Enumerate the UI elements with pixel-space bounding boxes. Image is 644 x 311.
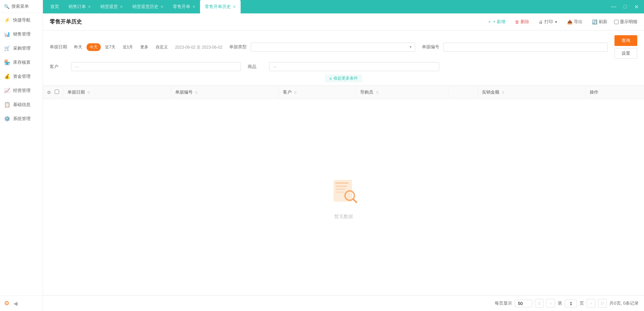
sort-salesperson-icon[interactable]: ⇅	[376, 91, 379, 94]
add-button[interactable]: ＋ + 新增	[485, 17, 508, 26]
add-icon: ＋	[487, 19, 492, 25]
sidebar-search-label: 搜索菜单	[11, 3, 29, 9]
date-btn-last1m[interactable]: 近1月	[120, 43, 136, 51]
date-btn-more[interactable]: 更多	[137, 43, 151, 51]
show-detail-input[interactable]	[614, 20, 618, 24]
tab-sales-return-history-close[interactable]: ✕	[160, 5, 163, 9]
sidebar-item-label: 采购管理	[13, 45, 31, 51]
print-icon: 🖨	[539, 19, 543, 24]
sort-no-icon[interactable]: ⇅	[195, 91, 198, 94]
prev-page-button[interactable]: ＜	[546, 299, 555, 308]
col-action: 操作	[585, 86, 644, 99]
tab-retail-open-history-close[interactable]: ✕	[233, 5, 236, 9]
sidebar-item-operations[interactable]: 📈 经营管理	[0, 84, 43, 98]
doc-type-field: 单据类型 ▼	[229, 43, 415, 52]
first-page-button[interactable]: ⟨⟨	[535, 299, 544, 308]
sort-amount-icon[interactable]: ⇅	[502, 91, 504, 94]
filter-area: 单据日期 昨天 今天 近7天 近1月 更多 自定义 2023-06-02 至 2…	[43, 31, 644, 86]
date-filter-field: 单据日期 昨天 今天 近7天 近1月 更多 自定义 2023-06-02 至 2…	[50, 43, 222, 51]
tab-home[interactable]: 首页	[46, 0, 64, 13]
customer-field: 客户 ···	[50, 62, 241, 71]
tab-sales-order[interactable]: 销售订单 ✕	[64, 0, 96, 13]
doc-no-input[interactable]	[443, 43, 608, 52]
select-all-checkbox[interactable]	[55, 90, 59, 94]
collapse-button[interactable]: ∧ 收起更多条件	[325, 74, 362, 82]
date-shortcuts: 昨天 今天 近7天 近1月 更多 自定义	[71, 43, 171, 51]
sidebar-search[interactable]: 🔍 搜索菜单	[0, 0, 43, 13]
query-button[interactable]: 查询	[614, 35, 637, 46]
filter-row-2: 客户 ··· 商品 ···	[50, 62, 637, 71]
date-label: 单据日期	[50, 44, 68, 50]
col-salesperson: 导购员 ⇅	[356, 86, 449, 99]
page-suffix: 页	[580, 300, 584, 306]
doc-type-select[interactable]	[251, 43, 415, 52]
delete-button[interactable]: 🗑 删除	[512, 17, 532, 26]
action-buttons: 查询 设置	[614, 35, 637, 59]
sort-date-icon[interactable]: ⇅	[87, 91, 90, 94]
tab-retail-open-close[interactable]: ✕	[192, 5, 195, 9]
sidebar-item-inventory[interactable]: 🏪 库存核算	[0, 55, 43, 69]
maximize-icon[interactable]: □	[621, 2, 630, 11]
per-page-label: 每页显示	[495, 300, 512, 306]
settings-button[interactable]: 设置	[614, 48, 637, 59]
sidebar-item-purchase-mgmt[interactable]: 🛒 采购管理	[0, 41, 43, 55]
date-btn-custom[interactable]: 自定义	[153, 43, 171, 51]
sidebar-item-sales-mgmt[interactable]: 📊 销售管理	[0, 27, 43, 41]
sys-icon: ⚙️	[4, 116, 10, 122]
delete-icon: 🗑	[515, 19, 519, 24]
empty-icon	[327, 175, 360, 208]
date-btn-last7[interactable]: 近7天	[102, 43, 118, 51]
sidebar-item-quick-nav[interactable]: ⚡ 快捷导航	[0, 13, 43, 27]
minimize-icon[interactable]: —	[608, 2, 619, 11]
operations-icon: 📈	[4, 88, 10, 94]
tab-sales-return-history[interactable]: 销货退货历史 ✕	[128, 0, 168, 13]
settings-icon[interactable]: ⚙	[4, 300, 9, 307]
tab-retail-open-history[interactable]: 零售开单历史 ✕	[200, 0, 241, 13]
svg-rect-3	[335, 189, 345, 190]
main-content: 首页 销售订单 ✕ 销货退货 ✕ 销货退货历史 ✕ 零售开单 ✕ 零售开单历史 …	[43, 0, 644, 311]
tab-retail-open-history-label: 零售开单历史	[205, 4, 231, 10]
date-btn-today[interactable]: 今天	[87, 43, 101, 51]
refresh-button[interactable]: 🔄 刷新	[589, 17, 610, 26]
sidebar-item-finance[interactable]: 💰 资金管理	[0, 69, 43, 84]
goods-label: 商品	[248, 64, 266, 70]
print-button[interactable]: 🖨 打印 ▼	[536, 17, 560, 26]
close-window-icon[interactable]: ✕	[632, 2, 641, 11]
date-btn-yesterday[interactable]: 昨天	[71, 43, 85, 51]
empty-text: 暂无数据	[334, 214, 353, 220]
collapse-icon: ∧	[329, 76, 332, 81]
last-page-button[interactable]: ⟩⟩	[598, 299, 607, 308]
next-page-button[interactable]: ＞	[587, 299, 595, 308]
sort-customer-icon[interactable]: ⇅	[294, 91, 297, 94]
sidebar-item-basic-info[interactable]: 📋 基础信息	[0, 98, 43, 112]
page-input[interactable]	[565, 300, 577, 307]
quick-nav-icon: ⚡	[4, 17, 10, 23]
col-settings-icon[interactable]: ⚙	[47, 90, 51, 95]
collapse-sidebar-icon[interactable]: ◀	[13, 300, 17, 307]
sidebar-bottom: ⚙ ◀	[0, 295, 43, 311]
date-range-display: 2023-06-02 至 2023-06-02	[175, 45, 222, 50]
customer-picker[interactable]: ···	[71, 62, 241, 71]
window-controls: — □ ✕	[608, 2, 641, 11]
table-header-row: ⚙ 单据日期 ⇅ 单据编号 ⇅ 客户	[43, 86, 644, 99]
tab-sales-return-close[interactable]: ✕	[120, 5, 123, 9]
pagination: 每页显示 50 10 20 100 ⟨⟨ ＜ 第 页 ＞ ⟩⟩ 共0页, 0条记…	[43, 295, 644, 311]
finance-icon: 💰	[4, 73, 10, 80]
goods-picker[interactable]: ···	[269, 62, 439, 71]
col-no: 单据编号 ⇅	[171, 86, 279, 99]
show-detail-label: 显示明细	[620, 19, 637, 25]
svg-rect-1	[335, 182, 349, 184]
print-chevron: ▼	[554, 20, 558, 24]
tab-retail-open[interactable]: 零售开单 ✕	[168, 0, 200, 13]
page-label: 第	[558, 300, 562, 306]
per-page-select[interactable]: 50 10 20 100	[515, 300, 532, 307]
show-detail-checkbox[interactable]: 显示明细	[614, 19, 637, 25]
tab-sales-return[interactable]: 销货退货 ✕	[96, 0, 128, 13]
tab-sales-order-close[interactable]: ✕	[88, 5, 91, 9]
export-button[interactable]: 📤 导出	[564, 17, 585, 26]
collapse-row: ∧ 收起更多条件	[50, 74, 637, 82]
sidebar-item-sys-mgmt[interactable]: ⚙️ 系统管理	[0, 112, 43, 126]
tabs-bar: 首页 销售订单 ✕ 销货退货 ✕ 销货退货历史 ✕ 零售开单 ✕ 零售开单历史 …	[43, 0, 644, 13]
doc-type-select-wrapper: ▼	[251, 43, 415, 52]
doc-type-label: 单据类型	[229, 44, 248, 50]
